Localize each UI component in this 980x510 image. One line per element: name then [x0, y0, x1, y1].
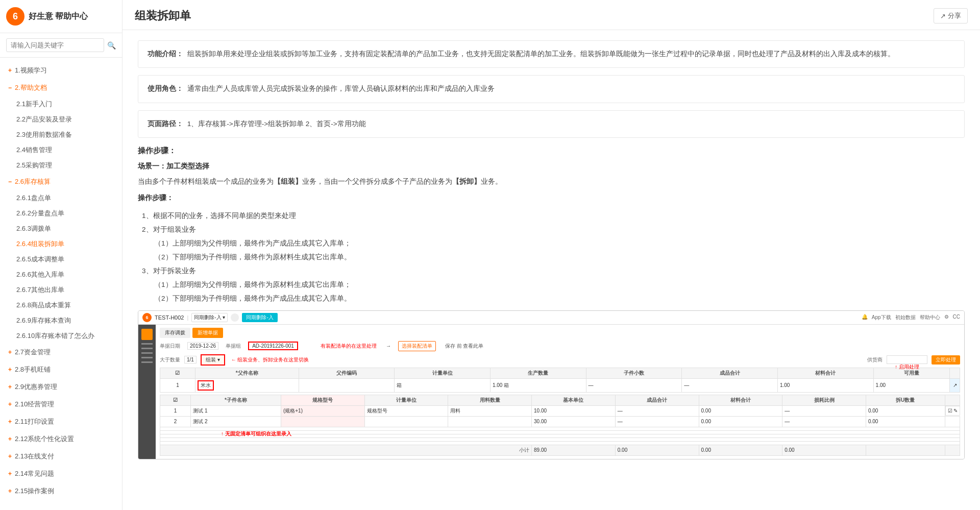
step-3-1: （1）上部明细为父件明细，最终作为原材料生成其它出库单；	[154, 278, 965, 292]
path-text: 1、库存核算->库存管理->组装拆卸单 2、首页->常用功能	[187, 120, 366, 128]
path-label: 页面路径：	[148, 120, 183, 128]
sidebar-item-inventory[interactable]: − 2.6库存核算	[0, 173, 122, 190]
main: 组装拆卸单 ↗ 分享 功能介绍： 组装拆卸单用来处理企业组装或拆卸等加工业务，支…	[122, 0, 980, 510]
sidebar-item-count[interactable]: 2.6.1盘点单	[0, 190, 122, 206]
sidebar-item-custom[interactable]: + 2.12系统个性化设置	[0, 430, 122, 448]
share-icon: ↗	[940, 12, 946, 20]
sidebar-item-mobile[interactable]: + 2.8手机旺铺	[0, 361, 122, 378]
ss-refresh-icon	[231, 313, 239, 322]
func-intro-text: 组装拆卸单用来处理企业组装或拆卸等加工业务，支持有固定装配清单的产品加工业务，也…	[187, 50, 895, 58]
ss-type-select[interactable]: 组装 ▾	[201, 354, 225, 366]
sidebar-header: 6 好生意 帮助中心	[0, 0, 122, 33]
logo-text: 好生意 帮助中心	[29, 11, 88, 22]
sidebar-item-split-count[interactable]: 2.6.2分量盘点单	[0, 206, 122, 221]
plus-mobile: +	[8, 366, 12, 373]
ss-type-row: 大于数量 1/1 组装 ▾ ← 组装业务、拆卸业务在这里切换 供货商 ↑ 启用处…	[160, 354, 960, 366]
ss-app-name: TEST-H002	[155, 314, 184, 321]
sidebar-item-newbie[interactable]: 2.1新手入门	[0, 96, 122, 112]
sidebar-item-cost-reset[interactable]: 2.6.8商品成本重算	[0, 298, 122, 313]
logo-icon: 6	[6, 7, 24, 26]
sidebar-item-ledger[interactable]: 2.6.9库存账本查询	[0, 313, 122, 328]
ss-child-table: ☑ *子件名称 规格型号 计量单位 用料数量 基本单位 成品合计 材料合计 损耗	[160, 395, 960, 456]
ops-steps-title: 操作步骤：	[138, 146, 965, 156]
plus-print: +	[8, 418, 12, 425]
ss-parent-table: ☑ *父件名称 父件编码 计量单位 生产数量 子件小数 成品合计 材料合计 可用…	[160, 368, 960, 393]
expand-icon: +	[8, 67, 12, 74]
role-block: 使用角色： 通常由生产人员或库管人员完成拆装业务的操作，库管人员确认原材料的出库…	[138, 75, 965, 103]
sidebar-item-cases[interactable]: + 2.15操作案例	[0, 482, 122, 500]
scenario1-title: 场景一：加工类型选择	[138, 162, 965, 171]
sidebar-item-finance[interactable]: + 2.7资金管理	[0, 344, 122, 361]
step-1: 1、根据不同的业务，选择不同单据的类型来处理	[142, 209, 965, 223]
ss-confirm-btn[interactable]: 立即处理	[932, 355, 960, 365]
page-title: 组装拆卸单	[135, 8, 191, 23]
step-3-2: （2）下部明细为子件明细，最终作为产成品生成其它入库单。	[154, 292, 965, 305]
step-3: 3、对于拆装业务	[142, 264, 965, 278]
ss-supplier-input[interactable]	[887, 355, 927, 364]
main-content: 功能介绍： 组装拆卸单用来处理企业组装或拆卸等加工业务，支持有固定装配清单的产品…	[122, 30, 980, 510]
main-header: 组装拆卸单 ↗ 分享	[122, 0, 980, 30]
steps-list: 1、根据不同的业务，选择不同单据的类型来处理 2、对于组装业务 （1）上部明细为…	[138, 209, 965, 305]
sidebar-item-sales[interactable]: 2.4销售管理	[0, 142, 122, 158]
sidebar-item-ops[interactable]: + 2.10经营管理	[0, 396, 122, 413]
func-intro-block: 功能介绍： 组装拆卸单用来处理企业组装或拆卸等加工业务，支持有固定装配清单的产品…	[138, 40, 965, 68]
sidebar-item-coupon[interactable]: + 2.9优惠券管理	[0, 378, 122, 396]
plus-custom: +	[8, 435, 12, 443]
search-button[interactable]: 🔍	[107, 41, 116, 50]
ops-steps-sub-title: 操作步骤：	[138, 193, 965, 203]
step-2-2: （2）下部明细为子件明细，最终作为原材料生成其它出库单。	[154, 250, 965, 264]
plus-faq: +	[8, 470, 12, 477]
ss-form-area: 单据日期 2019-12-26 单据组 AD-20191226-001 有装配清…	[160, 341, 960, 351]
func-intro-label: 功能介绍：	[148, 50, 183, 58]
ss-action-btns: 保存 前 查看此单	[445, 343, 484, 350]
scenario1-desc: 当由多个子件材料组装成一个成品的业务为【组装】业务，当由一个父件拆分成多个子产品…	[138, 175, 965, 188]
sidebar-item-video[interactable]: + 1.视频学习	[0, 62, 122, 79]
collapse-icon: −	[8, 84, 12, 91]
sidebar-item-other-out[interactable]: 2.6.7其他出库单	[0, 282, 122, 298]
plus-ops: +	[8, 401, 12, 408]
nav-list: + 1.视频学习 − 2.帮助文档 2.1新手入门 2.2产品安装及登录 2.3…	[0, 58, 122, 510]
screenshot-container: 6 TEST-H002 | 同期删除-入 ▾ 同期删除-入 🔔App下载初始数据…	[138, 310, 965, 459]
sidebar-item-purchase[interactable]: 2.5采购管理	[0, 158, 122, 173]
path-block: 页面路径： 1、库存核算->库存管理->组装拆卸单 2、首页->常用功能	[138, 110, 965, 138]
plus-cases: +	[8, 488, 12, 495]
role-text: 通常由生产人员或库管人员完成拆装业务的操作，库管人员确认原材料的出库和产成品的入…	[187, 85, 495, 92]
sidebar-item-prepare[interactable]: 2.3使用前数据准备	[0, 127, 122, 142]
sidebar-item-assemble[interactable]: 2.6.4组装拆卸单	[0, 236, 122, 252]
role-label: 使用角色：	[148, 85, 183, 92]
sidebar-item-adjust[interactable]: 2.6.3调拨单	[0, 221, 122, 236]
sidebar-item-print[interactable]: + 2.11打印设置	[0, 413, 122, 430]
collapse-icon-inventory: −	[8, 178, 12, 185]
search-bar: 🔍	[0, 33, 122, 58]
ss-teal-btn[interactable]: 同期删除-入	[242, 313, 277, 322]
sidebar-item-ledger-fix[interactable]: 2.6.10库存账本错了怎么办	[0, 328, 122, 344]
ss-bill-no: AD-20191226-001	[248, 342, 298, 350]
ss-left-nav	[138, 325, 156, 459]
plus-online-pay: +	[8, 453, 12, 460]
sidebar-item-faq[interactable]: + 2.14常见问题	[0, 465, 122, 482]
plus-finance: +	[8, 349, 12, 356]
search-input[interactable]	[6, 38, 104, 52]
sidebar-item-cost-adjust[interactable]: 2.6.5成本调整单	[0, 252, 122, 267]
step-2: 2、对于组装业务	[142, 223, 965, 236]
sidebar-item-online-pay[interactable]: + 2.13在线支付	[0, 448, 122, 465]
sidebar: 6 好生意 帮助中心 🔍 + 1.视频学习 − 2.帮助文档 2.1新手入门 2…	[0, 0, 122, 510]
ss-tab-new[interactable]: 新增单据	[192, 328, 223, 338]
ss-logo: 6	[142, 313, 152, 322]
step-2-1: （1）上部明细为父件明细，最终作为产成品生成其它入库单；	[154, 236, 965, 250]
ss-dropdown[interactable]: 同期删除-入 ▾	[191, 313, 228, 322]
plus-coupon: +	[8, 383, 12, 391]
sidebar-item-install[interactable]: 2.2产品安装及登录	[0, 112, 122, 127]
ss-child-area: ☑ *子件名称 规格型号 计量单位 用料数量 基本单位 成品合计 材料合计 损耗	[160, 395, 960, 456]
ss-btn-assign[interactable]: 选择装配清单	[398, 341, 436, 351]
ss-parent-name: 米水	[198, 380, 214, 391]
ss-tabs-row: 库存调拨 新增单据	[160, 328, 960, 338]
sidebar-item-docs[interactable]: − 2.帮助文档	[0, 79, 122, 96]
share-button[interactable]: ↗ 分享	[934, 8, 968, 23]
ss-icons: 🔔App下载初始数据帮助中心⚙CC	[862, 314, 960, 321]
ss-tab-transfer[interactable]: 库存调拨	[160, 328, 190, 338]
sidebar-item-other-in[interactable]: 2.6.6其他入库单	[0, 267, 122, 282]
